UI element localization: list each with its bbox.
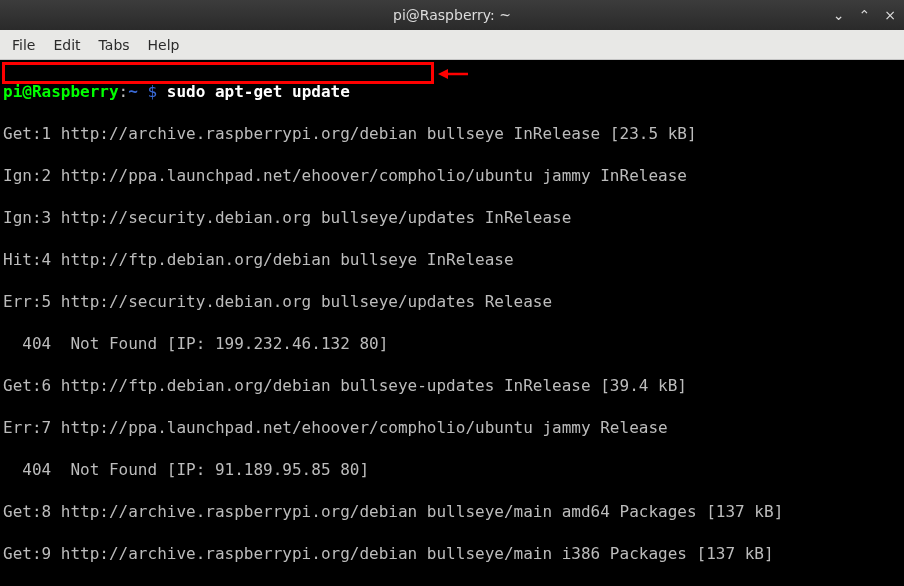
window-controls: ⌄ ⌃ × bbox=[833, 7, 896, 23]
menu-edit[interactable]: Edit bbox=[53, 37, 80, 53]
output-line: 404 Not Found [IP: 199.232.46.132 80] bbox=[3, 333, 901, 354]
output-line: Ign:2 http://ppa.launchpad.net/ehoover/c… bbox=[3, 165, 901, 186]
menu-file[interactable]: File bbox=[12, 37, 35, 53]
menu-help[interactable]: Help bbox=[148, 37, 180, 53]
prompt-path: ~ bbox=[128, 82, 138, 101]
prompt-dollar: $ bbox=[138, 82, 167, 101]
prompt-command: sudo apt-get update bbox=[167, 82, 350, 101]
window-title: pi@Raspberry: ~ bbox=[393, 7, 511, 23]
prompt-colon: : bbox=[119, 82, 129, 101]
output-line: Get:6 http://ftp.debian.org/debian bulls… bbox=[3, 375, 901, 396]
svg-marker-1 bbox=[438, 69, 448, 79]
close-icon[interactable]: × bbox=[884, 7, 896, 23]
output-line: Err:7 http://ppa.launchpad.net/ehoover/c… bbox=[3, 417, 901, 438]
menu-bar: File Edit Tabs Help bbox=[0, 30, 904, 60]
terminal-area[interactable]: pi@Raspberry:~ $ sudo apt-get update Get… bbox=[0, 60, 904, 586]
output-line: Ign:3 http://security.debian.org bullsey… bbox=[3, 207, 901, 228]
menu-tabs[interactable]: Tabs bbox=[99, 37, 130, 53]
output-line: Get:9 http://archive.raspberrypi.org/deb… bbox=[3, 543, 901, 564]
output-line: 404 Not Found [IP: 91.189.95.85 80] bbox=[3, 459, 901, 480]
output-line: Get:8 http://archive.raspberrypi.org/deb… bbox=[3, 501, 901, 522]
minimize-icon[interactable]: ⌄ bbox=[833, 7, 845, 23]
output-line: Hit:4 http://ftp.debian.org/debian bulls… bbox=[3, 249, 901, 270]
output-line: Get:1 http://archive.raspberrypi.org/deb… bbox=[3, 123, 901, 144]
prompt-userhost: pi@Raspberry bbox=[3, 82, 119, 101]
window-titlebar: pi@Raspberry: ~ ⌄ ⌃ × bbox=[0, 0, 904, 30]
maximize-icon[interactable]: ⌃ bbox=[859, 7, 871, 23]
annotation-arrow-icon bbox=[438, 66, 468, 82]
prompt-line: pi@Raspberry:~ $ sudo apt-get update bbox=[3, 81, 901, 102]
output-line: Err:5 http://security.debian.org bullsey… bbox=[3, 291, 901, 312]
